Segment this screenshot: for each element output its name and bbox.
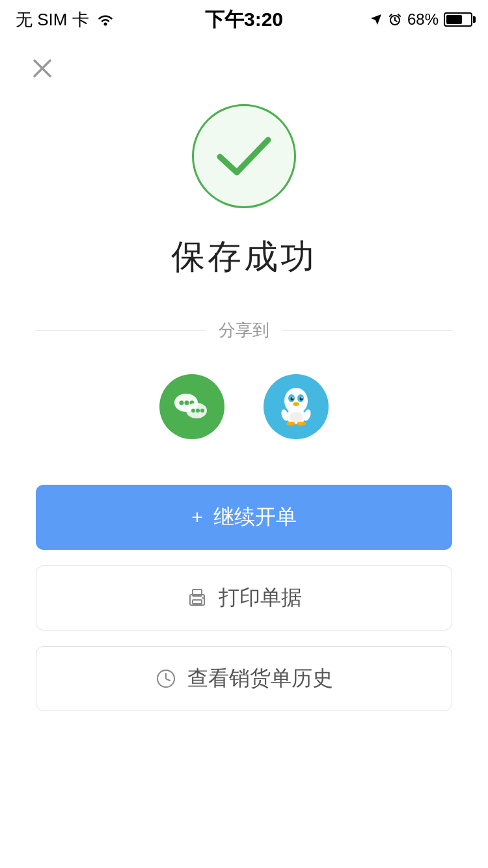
svg-point-26 xyxy=(286,422,295,426)
svg-point-21 xyxy=(292,398,293,399)
history-icon xyxy=(155,668,177,690)
share-divider: 分享到 xyxy=(36,319,452,342)
print-button[interactable]: 打印单据 xyxy=(36,565,452,631)
location-icon xyxy=(370,13,383,26)
svg-line-3 xyxy=(395,20,397,21)
status-right: 68% xyxy=(370,10,472,29)
svg-point-10 xyxy=(185,401,189,405)
qq-icon xyxy=(277,384,316,429)
svg-point-33 xyxy=(202,597,204,599)
battery-icon xyxy=(444,12,472,27)
success-circle xyxy=(192,104,296,208)
wechat-icon xyxy=(172,390,212,424)
wechat-share-button[interactable] xyxy=(159,374,224,439)
close-icon xyxy=(31,57,53,79)
close-button[interactable] xyxy=(26,52,59,85)
svg-point-25 xyxy=(290,412,303,422)
status-bar: 无 SIM 卡 下午3:20 68% xyxy=(0,0,488,39)
svg-point-0 xyxy=(103,23,107,26)
printer-icon xyxy=(186,587,208,609)
svg-point-13 xyxy=(191,409,195,413)
page-content: 保存成功 分享到 xyxy=(0,39,488,868)
svg-point-9 xyxy=(180,401,184,405)
action-buttons: + 继续开单 打印单据 查看销货单历史 xyxy=(36,485,452,711)
history-label: 查看销货单历史 xyxy=(187,664,333,693)
divider-right xyxy=(282,330,452,331)
status-time: 下午3:20 xyxy=(205,7,283,33)
status-left: 无 SIM 卡 xyxy=(16,8,115,31)
history-button[interactable]: 查看销货单历史 xyxy=(36,646,452,711)
continue-button[interactable]: + 继续开单 xyxy=(36,485,452,550)
svg-point-23 xyxy=(293,402,299,406)
svg-rect-32 xyxy=(193,600,202,604)
carrier-text: 无 SIM 卡 xyxy=(16,8,89,31)
share-icons xyxy=(159,374,329,439)
share-label: 分享到 xyxy=(219,319,269,342)
qq-share-button[interactable] xyxy=(264,374,329,439)
print-label: 打印单据 xyxy=(219,584,302,612)
checkmark-icon xyxy=(215,133,273,179)
alarm-icon xyxy=(388,12,402,27)
continue-label: 继续开单 xyxy=(213,503,297,532)
wifi-icon xyxy=(96,12,115,27)
svg-line-5 xyxy=(398,14,400,16)
svg-line-4 xyxy=(390,14,392,16)
svg-point-27 xyxy=(297,422,306,426)
svg-point-22 xyxy=(301,398,303,399)
battery-fill xyxy=(446,15,462,24)
svg-point-15 xyxy=(200,409,204,413)
divider-left xyxy=(36,330,206,331)
success-title: 保存成功 xyxy=(171,234,317,280)
battery-percentage: 68% xyxy=(407,10,439,29)
svg-point-14 xyxy=(196,409,200,413)
continue-icon: + xyxy=(191,506,203,528)
